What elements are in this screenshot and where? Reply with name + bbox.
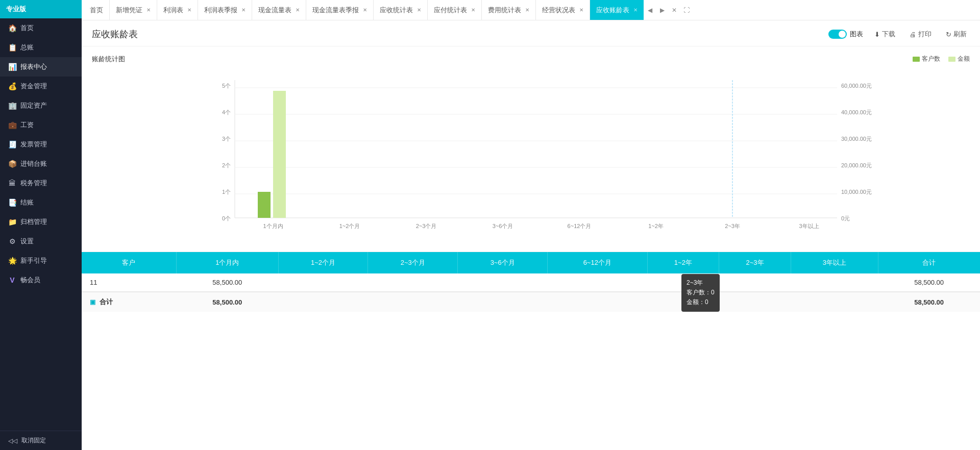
- sidebar-label-reports: 报表中心: [20, 62, 47, 71]
- tab-profit-label: 利润表: [163, 6, 183, 15]
- tab-next-button[interactable]: ▶: [656, 0, 668, 20]
- table-container: 客户 1个月内 1~2个月 2~3个月 3~6个月 6~12个月 1~2年 2~…: [82, 252, 980, 322]
- sidebar-label-settings: 设置: [20, 237, 34, 246]
- sidebar-label-tax: 税务管理: [20, 179, 47, 188]
- total-icon: ▣: [90, 298, 95, 306]
- tab-cashflow-quarterly[interactable]: 现金流量表季报 ✕: [306, 0, 374, 20]
- tab-ap-stat-close[interactable]: ✕: [471, 7, 475, 13]
- download-label: 下载: [882, 30, 895, 39]
- cell-customer: 11: [82, 273, 176, 292]
- legend-customer-count: 客户数: [913, 55, 940, 63]
- tab-cashflow-quarterly-label: 现金流量表季报: [312, 6, 359, 15]
- tab-ar-stat[interactable]: 应收统计表 ✕: [374, 0, 428, 20]
- footer-m2-3: [368, 292, 458, 312]
- tab-profit-quarterly[interactable]: 利润表季报 ✕: [198, 0, 252, 20]
- sidebar-label-salary: 工资: [20, 120, 34, 130]
- tab-home-label: 首页: [90, 6, 103, 15]
- tab-prev-button[interactable]: ◀: [644, 0, 656, 20]
- sidebar-label-ledger: 总账: [20, 43, 34, 52]
- sidebar-item-guide[interactable]: 🌟 新手引导: [0, 251, 82, 270]
- svg-text:0个: 0个: [222, 215, 231, 221]
- tab-profit-close[interactable]: ✕: [187, 7, 191, 13]
- tab-expense-stat-label: 费用统计表: [488, 6, 521, 15]
- tab-business-status-close[interactable]: ✕: [579, 7, 583, 13]
- tab-voucher-label: 新增凭证: [116, 6, 142, 15]
- tab-voucher[interactable]: 新增凭证 ✕: [110, 0, 157, 20]
- sidebar-item-ledger[interactable]: 📋 总账: [0, 38, 82, 57]
- sidebar-label-vip: 畅会员: [20, 276, 40, 285]
- tab-ar-aging[interactable]: 应收账龄表 ✕: [590, 0, 644, 20]
- unpin-sidebar-button[interactable]: ◁◁ 取消固定: [0, 431, 82, 450]
- tab-profit-quarterly-close[interactable]: ✕: [241, 7, 246, 13]
- svg-text:20,000.00元: 20,000.00元: [841, 162, 872, 168]
- tax-icon: 🏛: [8, 179, 16, 187]
- svg-text:30,000.00元: 30,000.00元: [841, 136, 872, 142]
- col-m1: 1个月内: [176, 252, 278, 273]
- svg-text:2~3年: 2~3年: [725, 223, 740, 229]
- sidebar-item-assets[interactable]: 🏢 固定资产: [0, 96, 82, 115]
- salary-icon: 💼: [8, 121, 16, 129]
- tab-expense-stat-close[interactable]: ✕: [525, 7, 529, 13]
- sidebar-item-invoice[interactable]: 🧾 发票管理: [0, 135, 82, 154]
- footer-m3-6: [458, 292, 548, 312]
- footer-y1-2: [647, 292, 719, 312]
- footer-y2-3: [719, 292, 791, 312]
- cell-m6-12: [548, 273, 647, 292]
- funds-icon: 💰: [8, 82, 16, 90]
- cell-y1-2: [647, 273, 719, 292]
- download-button[interactable]: ⬇ 下载: [871, 28, 898, 41]
- tab-close-all-button[interactable]: ✕: [668, 0, 680, 20]
- refresh-button[interactable]: ↻ 刷新: [943, 28, 970, 41]
- sidebar-item-settings[interactable]: ⚙ 设置: [0, 232, 82, 251]
- toggle-track[interactable]: [828, 30, 847, 39]
- tab-cashflow-close[interactable]: ✕: [296, 7, 300, 13]
- print-button[interactable]: 🖨 打印: [906, 28, 935, 41]
- sidebar-label-sales: 进销台账: [20, 159, 47, 168]
- sidebar-item-close[interactable]: 📑 结账: [0, 193, 82, 212]
- tab-ar-stat-close[interactable]: ✕: [417, 7, 421, 13]
- sidebar-item-vip[interactable]: V 畅会员: [0, 270, 82, 290]
- toggle-label: 图表: [850, 30, 863, 39]
- cell-m1: 58,500.00: [176, 273, 278, 292]
- sidebar-item-sales[interactable]: 📦 进销台账: [0, 154, 82, 173]
- sidebar-item-reports[interactable]: 📊 报表中心: [0, 57, 82, 77]
- tab-profit[interactable]: 利润表 ✕: [157, 0, 198, 20]
- chart-title: 账龄统计图: [92, 55, 970, 64]
- sidebar-label-guide: 新手引导: [20, 256, 47, 265]
- table-row: 11 58,500.00 58,500.00: [82, 273, 980, 292]
- legend-amount-label: 金额: [958, 55, 970, 63]
- svg-text:3个: 3个: [222, 136, 231, 142]
- legend-customer-color: [913, 57, 920, 62]
- tab-maximize-button[interactable]: ⛶: [680, 0, 693, 20]
- tab-voucher-close[interactable]: ✕: [146, 7, 151, 13]
- unpin-label: 取消固定: [21, 436, 46, 445]
- svg-text:2~3个月: 2~3个月: [416, 223, 437, 229]
- sidebar-item-salary[interactable]: 💼 工资: [0, 115, 82, 135]
- tab-cashflow-quarterly-close[interactable]: ✕: [363, 7, 367, 13]
- sidebar-label-assets: 固定资产: [20, 101, 47, 110]
- tab-ar-aging-close[interactable]: ✕: [633, 7, 638, 13]
- sidebar-item-tax[interactable]: 🏛 税务管理: [0, 173, 82, 193]
- col-y3plus: 3年以上: [791, 252, 878, 273]
- sidebar-item-home[interactable]: 🏠 首页: [0, 18, 82, 38]
- col-y2-3: 2~3年: [719, 252, 791, 273]
- reports-icon: 📊: [8, 63, 16, 71]
- tab-expense-stat[interactable]: 费用统计表 ✕: [482, 0, 536, 20]
- chart-toggle[interactable]: 图表: [828, 30, 863, 39]
- footer-m6-12: [548, 292, 647, 312]
- app-logo: 专业版: [0, 0, 82, 18]
- footer-label-text: 合计: [100, 298, 113, 306]
- footer-label: ▣ 合计: [82, 292, 176, 312]
- legend-amount-color: [948, 57, 955, 62]
- cell-m2-3: [368, 273, 458, 292]
- tab-business-status[interactable]: 经营状况表 ✕: [536, 0, 590, 20]
- chart-svg: 0个 1个 2个 3个 4个 5个 0元 10,000.00元 20,000.0…: [92, 70, 970, 243]
- sidebar-item-funds[interactable]: 💰 资金管理: [0, 77, 82, 96]
- tab-cashflow[interactable]: 现金流量表 ✕: [252, 0, 306, 20]
- print-label: 打印: [918, 30, 932, 39]
- tab-ap-stat[interactable]: 应付统计表 ✕: [428, 0, 482, 20]
- tab-home[interactable]: 首页: [84, 0, 110, 20]
- col-m3-6: 3~6个月: [458, 252, 548, 273]
- col-m2-3: 2~3个月: [368, 252, 458, 273]
- sidebar-item-archive[interactable]: 📁 归档管理: [0, 212, 82, 232]
